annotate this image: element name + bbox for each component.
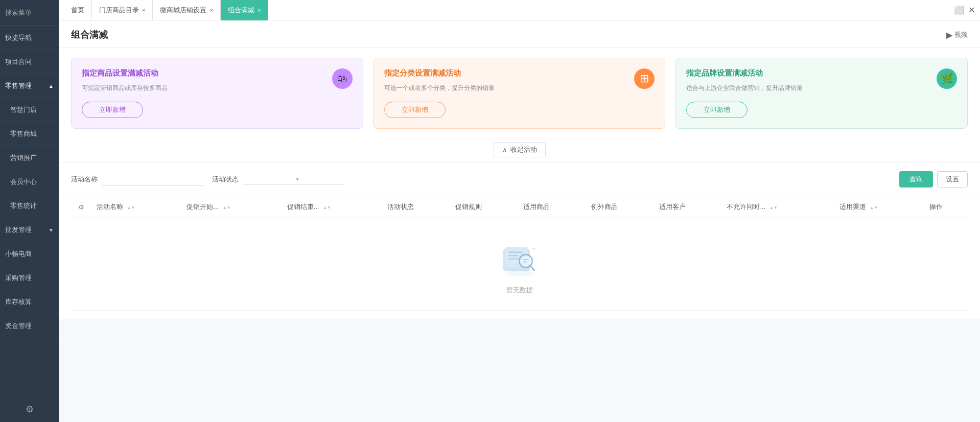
close-button[interactable]: ✕ — [968, 5, 975, 15]
product-card-add-button[interactable]: 立即新增 — [82, 102, 143, 118]
activity-name-field: 活动名称 — [71, 173, 204, 185]
brand-card-title: 指定品牌设置满减活动 — [686, 68, 957, 78]
svg-rect-10 — [523, 262, 527, 263]
tab-bar: 首页 门店商品目录 × 微商城店铺设置 × 组合满减 × ⬜ ✕ — [59, 0, 980, 20]
query-button[interactable]: 查询 — [899, 171, 933, 187]
sort-arrows-promo-start[interactable]: ▲▼ — [223, 205, 231, 210]
table-header-row: ⚙ 活动名称 ▲▼ 促销开始... ▲▼ 促销结束... — [71, 196, 968, 218]
promo-cards-area: 🛍 指定商品设置满减活动 可指定滞销商品或库存较多商品 立即新增 ⊞ 指定分类设… — [59, 48, 980, 137]
tab-home[interactable]: 首页 — [64, 0, 92, 20]
sidebar-label-wholesale-mgmt: 批发管理 — [5, 225, 32, 235]
svg-point-7 — [521, 256, 530, 266]
sort-arrows-promo-end[interactable]: ▲▼ — [323, 205, 331, 210]
page-title: 组合满减 — [71, 29, 108, 41]
maximize-button[interactable]: ⬜ — [954, 5, 964, 15]
category-promo-card: ⊞ 指定分类设置满减活动 可选一个或者多个分类，提升分类的销量 立即新增 — [374, 58, 666, 129]
sidebar-search[interactable]: 搜索菜单 — [0, 0, 59, 26]
sidebar-item-retail-mgmt[interactable]: 零售管理 ▲ — [0, 74, 59, 98]
video-button[interactable]: ▶ 视频 — [946, 30, 968, 40]
activity-status-field: 活动状态 ▼ — [212, 174, 345, 184]
col-activity-name-label: 活动名称 — [97, 203, 123, 210]
sidebar: 搜索菜单 快捷导航 项目合同 零售管理 ▲ 智慧门店 零售商城 营销推广 会员中… — [0, 0, 59, 422]
tab-store-catalog-label: 门店商品目录 — [99, 6, 139, 15]
col-applicable-goods: 适用商品 — [518, 196, 586, 218]
activity-status-select[interactable]: ▼ — [243, 174, 345, 184]
sidebar-item-inventory-calc[interactable]: 库存核算 — [0, 290, 59, 314]
sidebar-label-project-contract: 项目合同 — [5, 57, 32, 66]
sidebar-item-member-center[interactable]: 会员中心 — [0, 170, 59, 194]
sidebar-item-retail-mall[interactable]: 零售商城 — [0, 122, 59, 146]
tab-store-catalog-close[interactable]: × — [142, 7, 145, 13]
table-body: 暂无数据 — [71, 218, 968, 311]
sidebar-item-marketing[interactable]: 营销推广 — [0, 146, 59, 170]
sidebar-item-finance-mgmt[interactable]: 资金管理 — [0, 314, 59, 338]
col-operation: 操作 — [924, 196, 968, 218]
svg-line-8 — [530, 266, 534, 271]
sidebar-label-purchase-mgmt: 采购管理 — [5, 273, 32, 283]
col-promo-start: 促销开始... ▲▼ — [181, 196, 282, 218]
category-card-add-button[interactable]: 立即新增 — [384, 102, 446, 118]
tab-combo-discount-close[interactable]: × — [258, 7, 261, 13]
tab-store-catalog[interactable]: 门店商品目录 × — [92, 0, 153, 20]
collapse-activities-button[interactable]: ∧ 收起活动 — [494, 142, 546, 157]
col-exception-goods: 例外商品 — [586, 196, 654, 218]
sidebar-label-retail-mgmt: 零售管理 — [5, 81, 32, 90]
col-applicable-goods-label: 适用商品 — [523, 203, 550, 210]
sidebar-item-quick-nav[interactable]: 快捷导航 — [0, 26, 59, 50]
brand-card-add-button[interactable]: 立即新增 — [686, 102, 748, 118]
window-controls: ⬜ ✕ — [954, 5, 975, 15]
sort-arrows-applicable-channel[interactable]: ▲▼ — [870, 205, 878, 210]
sidebar-item-retail-stats[interactable]: 零售统计 — [0, 194, 59, 218]
tab-wechat-store-close[interactable]: × — [209, 7, 213, 13]
empty-state: 暂无数据 — [71, 218, 968, 310]
sidebar-item-wholesale-mgmt[interactable]: 批发管理 ▼ — [0, 218, 59, 242]
activity-status-label: 活动状态 — [212, 175, 239, 184]
col-promo-end: 促销结束... ▲▼ — [282, 196, 382, 218]
column-settings-icon[interactable]: ⚙ — [78, 203, 84, 211]
table-wrapper: ⚙ 活动名称 ▲▼ 促销开始... ▲▼ 促销结束... — [59, 196, 980, 319]
activity-table: ⚙ 活动名称 ▲▼ 促销开始... ▲▼ 促销结束... — [71, 196, 968, 311]
tab-wechat-store[interactable]: 微商城店铺设置 × — [153, 0, 220, 20]
empty-state-text: 暂无数据 — [506, 286, 533, 295]
col-activity-name: 活动名称 ▲▼ — [91, 196, 181, 218]
svg-rect-5 — [508, 258, 520, 259]
content-area: 组合满减 ▶ 视频 🛍 指定商品设置满减活动 可指定滞销商品或库存较多商品 立即… — [59, 20, 980, 422]
sidebar-label-quick-nav: 快捷导航 — [5, 33, 32, 42]
svg-point-12 — [500, 258, 502, 260]
tab-combo-discount[interactable]: 组合满减 × — [221, 0, 268, 20]
sidebar-settings-icon[interactable]: ⚙ — [0, 396, 59, 422]
col-activity-status: 活动状态 — [382, 196, 450, 218]
settings-button[interactable]: 设置 — [937, 171, 968, 187]
collapse-label: 收起活动 — [510, 145, 537, 154]
col-no-concurrent: 不允许同时... ▲▼ — [721, 196, 834, 218]
category-card-title: 指定分类设置满减活动 — [384, 68, 655, 78]
category-card-desc: 可选一个或者多个分类，提升分类的销量 — [384, 83, 655, 92]
sidebar-item-smart-store[interactable]: 智慧门店 — [0, 98, 59, 122]
col-exception-goods-label: 例外商品 — [591, 203, 618, 210]
col-no-concurrent-label: 不允许同时... — [727, 203, 765, 210]
retail-mgmt-arrow: ▲ — [49, 83, 54, 89]
chevron-down-icon: ▼ — [295, 176, 341, 182]
svg-rect-3 — [508, 252, 522, 253]
chevron-up-icon: ∧ — [502, 146, 507, 154]
svg-rect-9 — [523, 259, 528, 260]
sidebar-item-purchase-mgmt[interactable]: 采购管理 — [0, 266, 59, 290]
collapse-bar: ∧ 收起活动 — [59, 137, 980, 163]
sort-arrows-no-concurrent[interactable]: ▲▼ — [769, 205, 778, 210]
sort-arrows-activity-name[interactable]: ▲▼ — [127, 205, 135, 210]
sidebar-item-project-contract[interactable]: 项目合同 — [0, 50, 59, 74]
tab-combo-discount-label: 组合满减 — [228, 6, 254, 15]
activity-name-label: 活动名称 — [71, 175, 98, 184]
col-promo-end-label: 促销结束... — [287, 203, 319, 210]
col-promo-start-label: 促销开始... — [186, 203, 219, 210]
activity-name-input[interactable] — [102, 173, 204, 185]
svg-point-11 — [532, 248, 535, 250]
sidebar-item-xiaochang-ec[interactable]: 小畅电商 — [0, 242, 59, 266]
col-applicable-customer-label: 适用客户 — [659, 203, 686, 210]
empty-state-row: 暂无数据 — [71, 218, 968, 311]
brand-card-desc: 适合与上游企业联合做营销，提升品牌销量 — [686, 83, 957, 92]
sidebar-label-retail-mall: 零售商城 — [10, 129, 37, 138]
col-applicable-channel: 适用渠道 ▲▼ — [834, 196, 924, 218]
sidebar-label-smart-store: 智慧门店 — [10, 105, 37, 114]
sidebar-label-finance-mgmt: 资金管理 — [5, 321, 32, 331]
